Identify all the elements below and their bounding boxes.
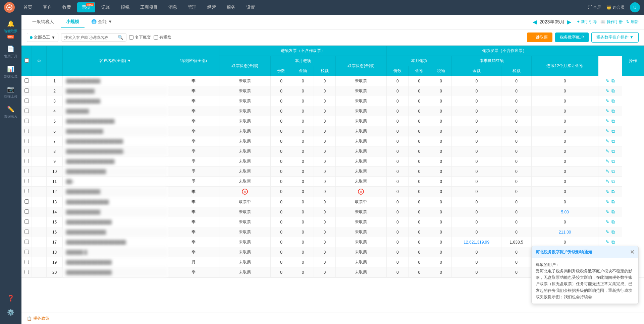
tax-digital-account-btn[interactable]: 税务数字账户 xyxy=(555,33,589,42)
row-client-name[interactable]: ████████████ xyxy=(63,76,168,86)
tab-small-scale[interactable]: 小规模 xyxy=(61,16,85,28)
nav-tax[interactable]: 报税 xyxy=(116,2,134,12)
copy-icon[interactable]: ⧉ xyxy=(611,158,615,164)
edit-icon[interactable]: ✎ xyxy=(605,209,609,215)
edit-icon[interactable]: ✎ xyxy=(605,219,609,225)
row-client-name[interactable]: █████████████████████ xyxy=(63,237,168,247)
nav-home[interactable]: 首页 xyxy=(19,2,37,12)
row-client-name[interactable]: ████████████ xyxy=(63,207,168,217)
sidebar-item-ticket-entry[interactable]: ✏️ 票据录入 xyxy=(0,103,21,122)
tax-disk-checkbox[interactable] xyxy=(154,35,158,40)
row-checkbox[interactable] xyxy=(24,189,29,193)
new-guide-btn[interactable]: ✦ 新手引导 xyxy=(577,19,597,25)
copy-icon[interactable]: ⧉ xyxy=(611,78,615,84)
copy-icon[interactable]: ⧉ xyxy=(611,229,615,235)
row-checkbox[interactable] xyxy=(24,270,29,274)
select-all-checkbox[interactable] xyxy=(24,58,29,63)
sub-account-checkbox[interactable] xyxy=(129,35,133,40)
nav-fee[interactable]: 收费 xyxy=(58,2,76,12)
copy-icon[interactable]: ⧉ xyxy=(611,148,615,154)
copy-icon[interactable]: ⧉ xyxy=(611,98,615,104)
row-checkbox[interactable] xyxy=(24,99,29,103)
row-client-name[interactable]: ███████████████ xyxy=(63,197,168,207)
edit-icon[interactable]: ✎ xyxy=(605,128,609,134)
copy-icon[interactable]: ⧉ xyxy=(611,179,615,184)
membership-btn[interactable]: 👑 购会员 xyxy=(606,5,625,10)
copy-icon[interactable]: ⧉ xyxy=(611,209,615,215)
row-client-name[interactable]: ██████████ xyxy=(63,86,168,96)
row-checkbox[interactable] xyxy=(24,219,29,224)
one-click-ticket-btn[interactable]: 一键取票 xyxy=(527,33,552,42)
sidebar-item-scan-upload[interactable]: 📷 扫描上传 xyxy=(0,83,21,102)
edit-icon[interactable]: ✎ xyxy=(605,98,609,104)
staff-selector[interactable]: 全部员工 ▼ xyxy=(27,33,58,42)
row-checkbox[interactable] xyxy=(24,149,29,153)
copy-icon[interactable]: ⧉ xyxy=(611,108,615,114)
sidebar-item-smart-ticket[interactable]: 🔔 智能取票 new xyxy=(0,17,21,41)
row-client-name[interactable]: ██████ █ xyxy=(63,247,168,257)
row-client-name[interactable]: ██████████████ xyxy=(63,167,168,177)
checkbox-sub-account[interactable]: 名下账套 xyxy=(129,35,151,40)
edit-icon[interactable]: ✎ xyxy=(605,158,609,164)
sidebar-item-invoice-open[interactable]: 📄 发票开具 xyxy=(0,43,21,61)
row-client-name[interactable]: ██e xyxy=(63,177,168,187)
row-client-name[interactable]: ████████████████ xyxy=(63,257,168,267)
copy-icon[interactable]: ⧉ xyxy=(611,199,615,205)
row-client-name[interactable]: ████████████ xyxy=(63,187,168,197)
next-month-btn[interactable]: ▶ xyxy=(567,19,571,25)
tab-all[interactable]: 🌐 全能 ▼ xyxy=(86,16,118,28)
row-checkbox[interactable] xyxy=(24,230,29,234)
row-checkbox[interactable] xyxy=(24,260,29,264)
edit-icon[interactable]: ✎ xyxy=(605,169,609,174)
search-input[interactable] xyxy=(64,35,118,40)
row-checkbox[interactable] xyxy=(24,250,29,254)
nav-accounting[interactable]: 记账 xyxy=(97,2,115,12)
edit-icon[interactable]: ✎ xyxy=(605,189,609,195)
row-checkbox[interactable] xyxy=(24,179,29,183)
nav-client[interactable]: 客户 xyxy=(38,2,56,12)
row-checkbox[interactable] xyxy=(24,78,29,83)
copy-icon[interactable]: ⧉ xyxy=(611,138,615,144)
row-checkbox[interactable] xyxy=(24,240,29,244)
edit-icon[interactable]: ✎ xyxy=(605,78,609,84)
edit-icon[interactable]: ✎ xyxy=(605,88,609,94)
row-checkbox[interactable] xyxy=(24,169,29,173)
prev-month-btn[interactable]: ◀ xyxy=(533,19,537,25)
edit-icon[interactable]: ✎ xyxy=(605,138,609,144)
edit-icon[interactable]: ✎ xyxy=(605,229,609,235)
edit-icon[interactable]: ✎ xyxy=(605,199,609,205)
edit-icon[interactable]: ✎ xyxy=(605,148,609,154)
nav-service[interactable]: 服务 xyxy=(222,2,240,12)
copy-icon[interactable]: ⧉ xyxy=(611,169,615,174)
row-client-name[interactable]: ████████████ xyxy=(63,96,168,106)
row-checkbox[interactable] xyxy=(24,209,29,214)
manual-btn[interactable]: 📖 操作手册 xyxy=(600,19,623,25)
nav-operation[interactable]: 经营 xyxy=(203,2,221,12)
nav-invoice[interactable]: 票据 new xyxy=(77,2,95,12)
user-avatar[interactable]: U xyxy=(630,2,640,12)
nav-message[interactable]: 消息 xyxy=(164,2,182,12)
row-checkbox[interactable] xyxy=(24,88,29,93)
sidebar-item-ticket-summary[interactable]: 📊 票据汇总 xyxy=(0,63,21,81)
row-client-name[interactable]: ████████████████ xyxy=(63,267,168,277)
search-button[interactable]: 🔍 xyxy=(118,35,123,40)
copy-icon[interactable]: ⧉ xyxy=(611,239,615,245)
copy-icon[interactable]: ⧉ xyxy=(611,219,615,225)
row-checkbox[interactable] xyxy=(24,119,29,123)
row-client-name[interactable]: █████████████████ xyxy=(63,156,168,167)
row-client-name[interactable]: ████████████████████... xyxy=(63,146,168,156)
sidebar-item-help[interactable]: ❓ xyxy=(6,292,16,305)
row-client-name[interactable]: ██████████████ xyxy=(63,227,168,237)
row-checkbox[interactable] xyxy=(24,129,29,133)
row-checkbox[interactable] xyxy=(24,109,29,113)
tax-digital-ops-btn[interactable]: 税务数字账户操作 ▼ xyxy=(591,32,639,43)
nav-manage[interactable]: 管理 xyxy=(183,2,201,12)
row-client-name[interactable]: █████████████████ xyxy=(63,116,168,126)
tab-general-taxpayer[interactable]: 一般纳税人 xyxy=(27,16,59,28)
fullscreen-btn[interactable]: ⛶ 全屏 xyxy=(588,5,601,10)
row-checkbox[interactable] xyxy=(24,199,29,204)
copy-icon[interactable]: ⧉ xyxy=(611,128,615,134)
notif-close-btn[interactable]: ✕ xyxy=(630,249,634,255)
nav-business[interactable]: 工商项目 xyxy=(136,2,162,12)
row-checkbox[interactable] xyxy=(24,139,29,143)
